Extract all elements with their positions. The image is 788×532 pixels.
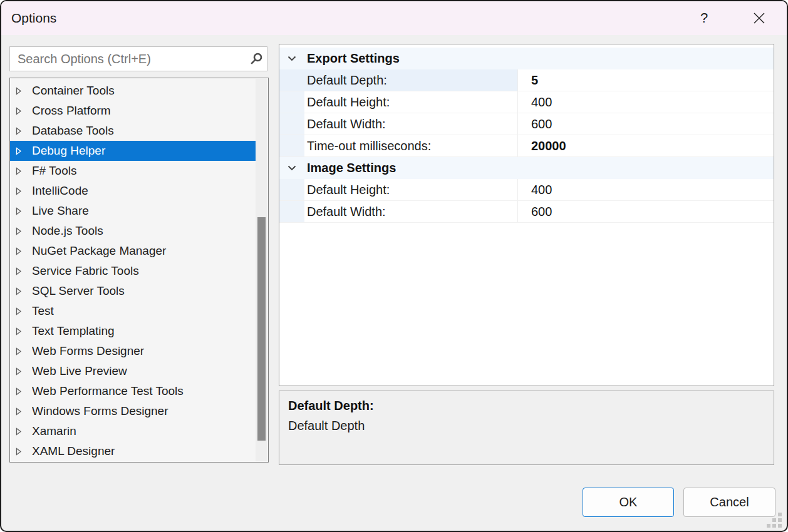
chevron-right-icon[interactable] [16, 347, 32, 356]
tree-item-container-tools[interactable]: Container Tools [10, 81, 256, 101]
tree-item-label: Test [32, 304, 54, 318]
tree-item-label: Service Fabric Tools [32, 264, 139, 278]
search-input[interactable] [10, 47, 246, 71]
chevron-right-icon[interactable] [16, 227, 32, 235]
property-row-timeout-milliseconds[interactable]: Time-out milliseconds: 20000 [279, 135, 774, 157]
property-label: Default Width: [304, 201, 517, 222]
options-tree: Container Tools Cross Platform Database … [9, 78, 269, 463]
chevron-right-icon[interactable] [16, 207, 32, 215]
tree-item-label: SQL Server Tools [32, 284, 125, 298]
tree-item-label: Cross Platform [32, 104, 111, 118]
chevron-right-icon[interactable] [16, 407, 32, 416]
property-value[interactable]: 20000 [517, 135, 774, 156]
chevron-down-icon[interactable] [279, 56, 304, 61]
property-value[interactable]: 400 [517, 91, 774, 113]
tree-item-label: Windows Forms Designer [32, 404, 168, 418]
chevron-right-icon[interactable] [16, 448, 32, 456]
property-label: Default Height: [304, 91, 517, 113]
row-gutter [279, 201, 304, 222]
tree-item-label: IntelliCode [32, 184, 88, 198]
property-row-image-default-height[interactable]: Default Height: 400 [279, 179, 774, 201]
tree-item-debug-helper-selected[interactable]: Debug Helper [10, 141, 256, 161]
tree-item-windows-forms-designer[interactable]: Windows Forms Designer [10, 401, 256, 421]
tree-item-label: Debug Helper [32, 144, 105, 158]
tree-item-label: Node.js Tools [32, 224, 103, 238]
question-mark-icon: ? [700, 10, 708, 26]
resize-grip[interactable] [767, 513, 784, 529]
tree-item-sql-server-tools[interactable]: SQL Server Tools [10, 281, 256, 301]
chevron-right-icon[interactable] [16, 387, 32, 396]
property-value[interactable]: 400 [517, 179, 774, 200]
chevron-right-icon[interactable] [16, 247, 32, 255]
tree-item-web-forms-designer[interactable]: Web Forms Designer [10, 341, 256, 361]
chevron-right-icon[interactable] [16, 107, 32, 115]
property-label: Time-out milliseconds: [304, 135, 517, 156]
property-row-default-depth[interactable]: Default Depth: 5 [279, 69, 774, 91]
chevron-right-icon[interactable] [16, 427, 32, 436]
chevron-right-icon[interactable] [16, 187, 32, 195]
tree-scrollbar-track[interactable] [256, 79, 267, 461]
row-gutter [279, 91, 304, 113]
tree-item-test[interactable]: Test [10, 301, 256, 321]
tree-item-label: Web Performance Test Tools [32, 384, 184, 398]
category-export-settings[interactable]: Export Settings [279, 48, 774, 69]
chevron-right-icon[interactable] [16, 287, 32, 295]
search-icon[interactable] [246, 51, 267, 66]
property-value[interactable]: 5 [517, 69, 774, 91]
title-bar: Options [1, 1, 787, 35]
tree-item-web-performance-test-tools[interactable]: Web Performance Test Tools [10, 381, 256, 401]
tree-item-service-fabric-tools[interactable]: Service Fabric Tools [10, 261, 256, 281]
tree-item-xamarin[interactable]: Xamarin [10, 421, 256, 441]
chevron-right-icon[interactable] [16, 127, 32, 135]
tree-item-xaml-designer[interactable]: XAML Designer [10, 441, 256, 461]
property-label: Default Height: [304, 179, 517, 200]
tree-item-label: Text Templating [32, 324, 115, 338]
category-label: Image Settings [304, 161, 396, 175]
tree-item-label: Web Forms Designer [32, 344, 144, 358]
tree-item-nuget-package-manager[interactable]: NuGet Package Manager [10, 241, 256, 261]
tree-item-label: F# Tools [32, 164, 76, 178]
row-gutter [279, 113, 304, 135]
options-dialog: Options ? Container Tools Cross Platform [0, 0, 788, 532]
property-row-image-default-width[interactable]: Default Width: 600 [279, 201, 774, 223]
row-gutter [279, 179, 304, 200]
tree-item-label: XAML Designer [32, 444, 115, 458]
help-button[interactable]: ? [692, 6, 717, 31]
tree-item-fsharp-tools[interactable]: F# Tools [10, 161, 256, 181]
row-gutter [279, 135, 304, 156]
dialog-title: Options [1, 11, 787, 26]
chevron-right-icon[interactable] [16, 167, 32, 175]
chevron-down-icon[interactable] [279, 165, 304, 171]
chevron-right-icon[interactable] [16, 267, 32, 275]
tree-item-cross-platform[interactable]: Cross Platform [10, 101, 256, 121]
description-panel: Default Depth: Default Depth [279, 391, 774, 465]
cancel-button[interactable]: Cancel [683, 488, 775, 517]
property-row-default-width[interactable]: Default Width: 600 [279, 113, 774, 135]
tree-item-intellicode[interactable]: IntelliCode [10, 181, 256, 201]
chevron-right-icon[interactable] [16, 367, 32, 376]
tree-scrollbar-thumb[interactable] [257, 217, 266, 441]
category-image-settings[interactable]: Image Settings [279, 157, 774, 179]
tree-item-text-templating[interactable]: Text Templating [10, 321, 256, 341]
property-value[interactable]: 600 [517, 201, 774, 222]
row-gutter [279, 69, 304, 91]
tree-item-label: Live Share [32, 204, 89, 218]
property-row-default-height[interactable]: Default Height: 400 [279, 91, 774, 113]
chevron-right-icon[interactable] [16, 147, 32, 155]
tree-item-label: Database Tools [32, 124, 114, 138]
property-grid: Export Settings Default Depth: 5 Default… [279, 44, 774, 386]
tree-item-live-share[interactable]: Live Share [10, 201, 256, 221]
ok-button[interactable]: OK [583, 488, 674, 517]
search-box [9, 46, 267, 71]
property-value[interactable]: 600 [517, 113, 774, 135]
tree-item-nodejs-tools[interactable]: Node.js Tools [10, 221, 256, 241]
tree-item-web-live-preview[interactable]: Web Live Preview [10, 361, 256, 381]
tree-item-database-tools[interactable]: Database Tools [10, 121, 256, 141]
description-title: Default Depth: [288, 399, 765, 413]
chevron-right-icon[interactable] [16, 307, 32, 315]
close-icon [754, 13, 765, 24]
chevron-right-icon[interactable] [16, 327, 32, 335]
property-label: Default Width: [304, 113, 517, 135]
chevron-right-icon[interactable] [16, 87, 32, 95]
close-button[interactable] [747, 6, 772, 31]
